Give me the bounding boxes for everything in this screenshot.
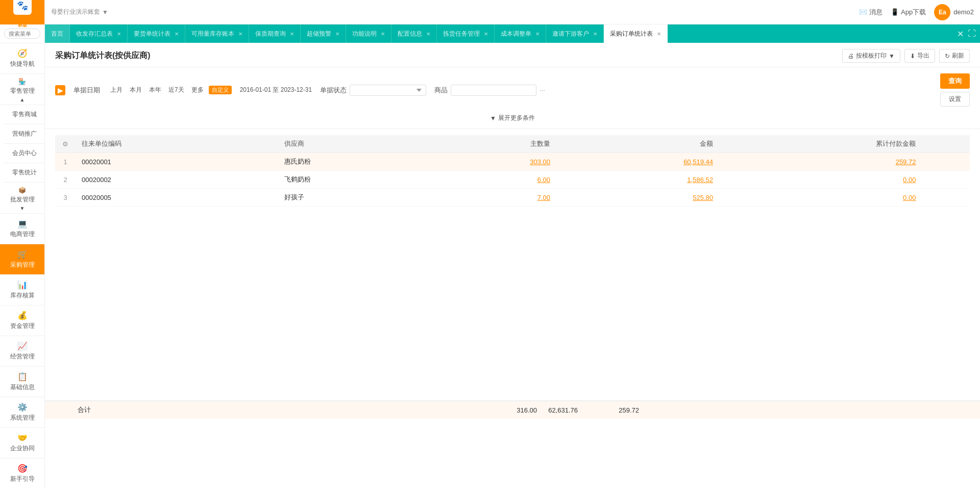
close-icon[interactable]: ✕ — [290, 31, 294, 37]
date-shortcuts: 上月 本月 本年 近7天 更多 自定义 — [108, 85, 232, 95]
status-label: 单据状态 — [320, 86, 347, 95]
qty-link[interactable]: 6.00 — [537, 176, 550, 184]
shortcut-this-year[interactable]: 本年 — [147, 85, 163, 95]
goods-more-icon[interactable]: ··· — [540, 86, 545, 94]
tab-home[interactable]: 首页 — [45, 24, 70, 43]
tab-overstock[interactable]: 超储预警 ✕ — [301, 24, 346, 43]
sidebar-item-label: 营销推广 — [12, 130, 37, 138]
tab-order-stats[interactable]: 要货单统计表 ✕ — [128, 24, 185, 43]
close-icon[interactable]: ✕ — [426, 31, 430, 37]
row-paid: 0.00 — [719, 171, 922, 189]
tab-cost-adjust[interactable]: 成本调整单 ✕ — [495, 24, 546, 43]
expand-label: 展开更多条件 — [498, 114, 535, 122]
paid-link[interactable]: 0.00 — [903, 194, 916, 201]
sidebar-item-retail-mall[interactable]: 零售商城 — [4, 105, 44, 124]
page-inner: 采购订单统计表(按供应商) 🖨 按模板打印 ▼ ⬇ 导出 ↻ 刷新 — [45, 43, 980, 488]
expand-icon: ▼ — [490, 115, 496, 122]
close-icon[interactable]: ✕ — [657, 31, 661, 37]
qty-link[interactable]: 303.00 — [530, 158, 550, 166]
template-print-button[interactable]: 🖨 按模板打印 ▼ — [842, 49, 900, 63]
tab-expiry[interactable]: 保质期查询 ✕ — [249, 24, 301, 43]
sidebar-item-ecommerce[interactable]: 💻 电商管理 — [0, 214, 44, 244]
sidebar-item-basic-info[interactable]: 📋 基础信息 — [0, 367, 44, 397]
tab-available-stock[interactable]: 可用量库存账本 ✕ — [185, 24, 249, 43]
sidebar-item-finance[interactable]: 💰 资金管理 — [0, 305, 44, 336]
workspace-selector[interactable]: 母婴行业演示账套 ▼ — [51, 8, 108, 16]
query-button[interactable]: 查询 — [940, 73, 970, 89]
close-icon[interactable]: ✕ — [117, 31, 121, 37]
filter-toggle-button[interactable]: ▶ — [55, 85, 65, 95]
paid-link[interactable]: 259.72 — [896, 158, 916, 166]
sidebar-item-inventory[interactable]: 📊 库存核算 — [0, 275, 44, 305]
th-extra — [922, 135, 970, 153]
tab-invite-downstream[interactable]: 邀请下游客户 ✕ — [546, 24, 604, 43]
sidebar-item-wholesale[interactable]: 📦 批发管理 ▼ — [0, 183, 44, 214]
paid-link[interactable]: 0.00 — [903, 176, 916, 184]
row-amount: 1,586.52 — [556, 171, 719, 189]
tab-picking[interactable]: 拣货任务管理 ✕ — [437, 24, 495, 43]
sidebar-item-operations[interactable]: 📈 经营管理 — [0, 336, 44, 367]
sidebar-item-quicknav[interactable]: 🧭 快捷导航 — [0, 43, 44, 74]
column-settings-icon[interactable]: ⚙ — [62, 140, 68, 148]
export-button[interactable]: ⬇ 导出 — [904, 49, 935, 63]
close-icon[interactable]: ✕ — [175, 31, 179, 37]
table-body: 1 00020001 惠氏奶粉 303.00 60,519.44 259.72 … — [55, 153, 970, 207]
shortcut-last-month[interactable]: 上月 — [108, 85, 125, 95]
row-qty: 6.00 — [430, 171, 556, 189]
shortcut-7-days[interactable]: 近7天 — [166, 85, 186, 95]
shortcut-this-month[interactable]: 本月 — [128, 85, 144, 95]
sidebar-item-collab[interactable]: 🤝 企业协同 — [0, 428, 44, 458]
sidebar-item-label: 系统管理 — [10, 414, 35, 422]
sidebar-item-retail-mgmt[interactable]: 🏪 零售管理 ▲ — [0, 74, 44, 105]
app-download-btn[interactable]: 📱 App下载 — [891, 8, 926, 17]
workspace-name: 母婴行业演示账套 — [51, 8, 100, 16]
tab-config[interactable]: 配置信息 ✕ — [391, 24, 437, 43]
table-wrapper: ⚙ 往来单位编码 供应商 主数量 金额 累计付款金额 1 — [45, 135, 980, 207]
close-all-icon[interactable]: ✕ — [957, 29, 964, 39]
shortcut-more[interactable]: 更多 — [189, 85, 206, 95]
qty-link[interactable]: 7.00 — [537, 194, 550, 201]
sidebar-item-marketing[interactable]: 营销推广 — [4, 124, 44, 144]
tab-label: 保质期查询 — [255, 30, 286, 38]
close-icon[interactable]: ✕ — [381, 31, 385, 37]
close-icon[interactable]: ✕ — [593, 31, 597, 37]
quicknav-icon: 🧭 — [17, 48, 28, 58]
purchase-icon: 🛒 — [17, 249, 28, 259]
sidebar-item-member[interactable]: 会员中心 — [4, 144, 44, 163]
goods-input[interactable] — [451, 85, 536, 96]
expand-row: ▼ 展开更多条件 — [55, 111, 970, 122]
row-paid: 259.72 — [719, 153, 922, 171]
expand-icon: ▼ — [20, 206, 25, 211]
status-select[interactable] — [350, 85, 426, 96]
message-btn[interactable]: ✉️ 消息 — [859, 8, 883, 17]
sidebar-item-guide[interactable]: 🎯 新手引导 — [0, 458, 44, 488]
amount-link[interactable]: 60,519.44 — [683, 158, 713, 166]
sidebar-item-retail-stats[interactable]: 零售统计 — [4, 163, 44, 183]
sidebar-item-label: 新手引导 — [10, 475, 35, 483]
close-icon[interactable]: ✕ — [335, 31, 339, 37]
close-icon[interactable]: ✕ — [238, 31, 242, 37]
sidebar-item-purchase[interactable]: 🛒 采购管理 — [0, 244, 44, 275]
amount-link[interactable]: 525.80 — [693, 194, 713, 201]
sidebar-item-system[interactable]: ⚙️ 系统管理 — [0, 397, 44, 428]
search-input[interactable] — [4, 29, 40, 39]
amount-link[interactable]: 1,586.52 — [687, 176, 713, 184]
tab-label: 收发存汇总表 — [76, 30, 113, 38]
page-header: 采购订单统计表(按供应商) 🖨 按模板打印 ▼ ⬇ 导出 ↻ 刷新 — [45, 43, 980, 67]
th-supplier: 供应商 — [278, 135, 429, 153]
refresh-button[interactable]: ↻ 刷新 — [939, 49, 970, 63]
settings-button[interactable]: 设置 — [940, 92, 970, 107]
print-icon: 🖨 — [848, 53, 854, 60]
user-menu[interactable]: Ea demo2 — [934, 4, 974, 20]
tab-features[interactable]: 功能说明 ✕ — [346, 24, 391, 43]
sidebar-item-label: 零售管理 — [10, 87, 35, 95]
custom-date-badge[interactable]: 自定义 — [209, 86, 232, 94]
tab-label: 成本调整单 — [501, 30, 531, 38]
close-icon[interactable]: ✕ — [535, 31, 540, 37]
sidebar-item-label: 经营管理 — [10, 352, 35, 361]
tab-receive-send[interactable]: 收发存汇总表 ✕ — [70, 24, 128, 43]
tab-purchase-stats[interactable]: 采购订单统计表 ✕ — [604, 24, 668, 43]
close-icon[interactable]: ✕ — [484, 31, 488, 37]
maximize-icon[interactable]: ⛶ — [968, 29, 976, 38]
expand-more-button[interactable]: ▼ 展开更多条件 — [490, 111, 535, 122]
